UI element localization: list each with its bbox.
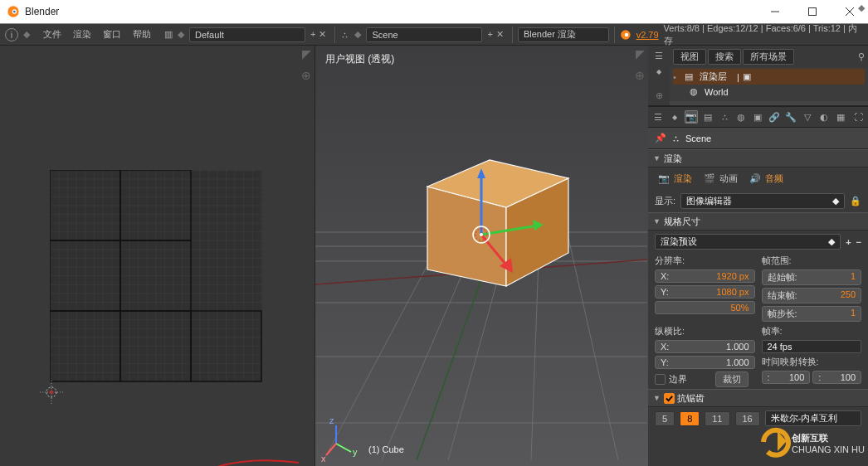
- btn-label: 音频: [765, 172, 783, 185]
- aa-5-button[interactable]: 5: [655, 411, 675, 426]
- outliner-tab-search[interactable]: 搜索: [708, 49, 741, 65]
- display-value: 图像编辑器: [686, 195, 732, 207]
- outliner-tab-view[interactable]: 视图: [673, 49, 706, 65]
- svg-text:z: z: [329, 415, 334, 425]
- remove-preset-icon[interactable]: −: [856, 237, 861, 247]
- scene-add-icon[interactable]: +: [487, 29, 492, 40]
- crop-button[interactable]: 裁切: [715, 371, 749, 387]
- area-corner-icon[interactable]: ◤: [302, 47, 311, 61]
- fps-dropdown[interactable]: 24 fps: [762, 340, 862, 353]
- add-preset-icon[interactable]: +: [846, 237, 851, 247]
- minimize-button[interactable]: [756, 0, 793, 24]
- aspect-x-field[interactable]: X:1.000: [655, 340, 755, 353]
- render-image-button[interactable]: 📷渲染: [658, 172, 692, 185]
- outliner-opts-icon[interactable]: ◆: [858, 2, 865, 13]
- fps-label: 帧率:: [762, 325, 862, 337]
- render-anim-button[interactable]: 🎬动画: [704, 172, 738, 185]
- remap-old-field[interactable]: :100: [762, 371, 811, 384]
- menu-file[interactable]: 文件: [40, 28, 65, 41]
- frame-step-field[interactable]: 帧步长:1: [762, 306, 862, 322]
- tab-world-icon[interactable]: ◍: [734, 110, 748, 124]
- camera-icon: 📷: [658, 173, 670, 184]
- maximize-button[interactable]: [793, 0, 831, 24]
- scene-value: Scene: [372, 30, 397, 40]
- expand-icon[interactable]: ⛶: [851, 110, 865, 124]
- svg-line-50: [336, 444, 351, 452]
- remap-new-field[interactable]: :100: [812, 371, 861, 384]
- section-antialias[interactable]: ▼ 抗锯齿: [648, 389, 868, 407]
- engine-dropdown[interactable]: Blender 渲染: [518, 27, 609, 42]
- resolution-label: 分辨率:: [655, 255, 755, 267]
- res-x-field[interactable]: X:1920 px: [655, 269, 755, 283]
- res-pct-field[interactable]: 50%: [655, 301, 755, 314]
- speaker-icon: 🔊: [749, 173, 761, 184]
- aa-8-button[interactable]: 8: [680, 411, 700, 426]
- lbl: 边界: [669, 373, 687, 386]
- remap-label: 时间映射转换:: [762, 356, 862, 368]
- tab-render-icon[interactable]: 📷: [685, 110, 698, 124]
- aspect-y-field[interactable]: Y:1.000: [655, 356, 755, 369]
- layout-remove-icon[interactable]: ✕: [319, 29, 326, 40]
- layout-add-icon[interactable]: +: [310, 29, 315, 40]
- tab-constraints-icon[interactable]: 🔗: [768, 110, 781, 124]
- svg-point-8: [625, 32, 629, 36]
- svg-line-33: [568, 238, 618, 460]
- chevron-icon[interactable]: ◆: [668, 110, 681, 124]
- breadcrumb-label: Scene: [685, 133, 711, 143]
- watermark: 创新互联 CHUANG XIN HU LIAN: [757, 423, 865, 463]
- aa-11-button[interactable]: 11: [705, 411, 729, 426]
- viewport-canvas[interactable]: z y x: [315, 46, 648, 466]
- tab-material-icon[interactable]: ◐: [817, 110, 831, 124]
- section-dimensions[interactable]: ▼规格尺寸: [648, 212, 868, 231]
- lock-icon[interactable]: 🔒: [850, 196, 861, 206]
- res-y-value: 1080 px: [716, 287, 749, 297]
- blender-small-logo-icon: [620, 29, 631, 41]
- render-audio-button[interactable]: 🔊音频: [749, 172, 783, 185]
- 3d-viewport[interactable]: 用户视图 (透视) ◤ ⊕ z y: [315, 46, 648, 466]
- image-icon: ▣: [743, 71, 754, 83]
- scene-dropdown[interactable]: Scene: [366, 27, 482, 42]
- expand-icon[interactable]: ⊕: [652, 89, 666, 102]
- chevron-icon[interactable]: ◆: [652, 65, 666, 78]
- stats-text: Verts:8/8 | Edges:12/12 | Faces:6/6 | Tr…: [664, 24, 863, 46]
- menu-render[interactable]: 渲染: [70, 28, 95, 41]
- stray-red-line: [207, 448, 307, 466]
- tab-object-icon[interactable]: ▣: [751, 110, 764, 124]
- tab-data-icon[interactable]: ▽: [801, 110, 814, 124]
- tab-texture-icon[interactable]: ▦: [834, 110, 847, 124]
- res-y-field[interactable]: Y:1080 px: [655, 285, 755, 299]
- svg-text:CHUANG XIN HU LIAN: CHUANG XIN HU LIAN: [792, 444, 865, 454]
- row-label: 渲染层: [700, 70, 727, 83]
- outliner-editor-icon[interactable]: ☰: [652, 49, 666, 62]
- editor-type-icon[interactable]: ☰: [651, 110, 665, 124]
- aspect-x-value: 1.000: [726, 342, 749, 352]
- tab-layers-icon[interactable]: ▤: [701, 110, 714, 124]
- tab-modifiers-icon[interactable]: 🔧: [784, 110, 797, 124]
- scene-remove-icon[interactable]: ✕: [496, 29, 504, 40]
- outliner-row-renderlayers[interactable]: •▤ 渲染层 |▣: [673, 69, 865, 85]
- version-link[interactable]: v2.79: [636, 30, 659, 40]
- info-header: i ◆ 文件 渲染 窗口 帮助 ▥ ◆ Default +✕ ⛬ ◆ Scene…: [0, 24, 868, 46]
- val: 100: [789, 372, 804, 382]
- pin-icon[interactable]: 📌: [655, 133, 666, 143]
- aa-checkbox[interactable]: [664, 393, 675, 404]
- aspect-y-value: 1.000: [726, 357, 749, 367]
- frame-start-field[interactable]: 起始帧:1: [762, 269, 862, 285]
- outliner-tab-all[interactable]: 所有场景: [743, 49, 794, 65]
- uv-grid[interactable]: [50, 170, 264, 384]
- menu-window[interactable]: 窗口: [100, 28, 124, 41]
- frame-end-field[interactable]: 结束帧:250: [762, 288, 862, 303]
- section-render[interactable]: ▼渲染: [648, 149, 868, 167]
- filter-icon[interactable]: ⚲: [858, 51, 865, 62]
- menu-help[interactable]: 帮助: [129, 28, 154, 41]
- layout-dropdown[interactable]: Default: [189, 27, 305, 42]
- info-icon[interactable]: i: [5, 28, 18, 41]
- border-checkbox[interactable]: 边界: [655, 373, 687, 386]
- engine-value: Blender 渲染: [524, 28, 576, 41]
- display-dropdown[interactable]: 图像编辑器◆: [680, 193, 845, 209]
- area-plus-icon[interactable]: ⊕: [301, 69, 311, 82]
- tab-scene-icon[interactable]: ⛬: [718, 110, 731, 124]
- outliner-row-world[interactable]: ◍ World: [673, 85, 865, 100]
- res-pct-value: 50%: [730, 303, 749, 313]
- render-preset-dropdown[interactable]: 渲染预设◆: [655, 234, 841, 250]
